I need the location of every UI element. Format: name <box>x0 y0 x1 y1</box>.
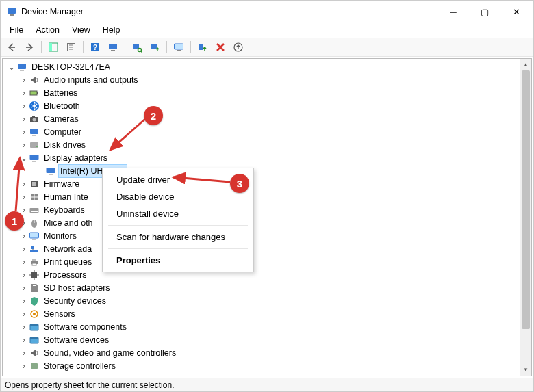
tree-category-5[interactable]: Disk drives <box>3 138 531 151</box>
display-icon <box>45 166 56 177</box>
tree-category-0[interactable]: Audio inputs and outputs <box>3 73 531 86</box>
expand-caret[interactable] <box>19 272 29 278</box>
enable-icon[interactable] <box>194 39 211 55</box>
expand-caret[interactable] <box>19 103 29 109</box>
toolbar-sep <box>125 41 125 53</box>
show-panel-icon[interactable] <box>45 39 62 55</box>
update-driver-tb-icon[interactable] <box>147 39 163 55</box>
tree-category-12[interactable]: Network ada <box>3 242 531 255</box>
expand-caret[interactable] <box>19 246 29 252</box>
expand-caret[interactable] <box>19 181 29 187</box>
expand-caret[interactable] <box>19 259 29 265</box>
expand-caret[interactable] <box>19 376 29 377</box>
tree-category-11[interactable]: Monitors <box>3 229 531 242</box>
ctx-disable-device[interactable]: Disable device <box>103 188 253 205</box>
tree-category-9[interactable]: Keyboards <box>3 203 531 216</box>
security-icon <box>29 296 40 306</box>
ctx-sep <box>108 225 248 226</box>
tree-category-17[interactable]: Sensors <box>3 307 531 320</box>
tree-category-16[interactable]: Security devices <box>3 294 531 307</box>
tree-category-18[interactable]: Software components <box>3 320 531 333</box>
tree-category-8[interactable]: Human Inte <box>3 190 531 203</box>
tree-category-15[interactable]: SD host adapters <box>3 281 531 294</box>
tree-category-1[interactable]: Batteries <box>3 86 531 99</box>
menu-view[interactable]: View <box>66 24 97 36</box>
expand-caret[interactable] <box>19 116 29 122</box>
expand-caret[interactable] <box>19 129 29 135</box>
menu-action[interactable]: Action <box>29 24 66 36</box>
svg-rect-47 <box>30 250 38 252</box>
scan-icon[interactable] <box>129 39 145 55</box>
tree-category-21[interactable]: Storage controllers <box>3 359 531 372</box>
expand-caret[interactable] <box>19 324 29 330</box>
ctx-scan-hardware[interactable]: Scan for hardware changes <box>103 228 253 246</box>
status-bar: Opens property sheet for the current sel… <box>1 378 533 391</box>
svg-rect-21 <box>20 70 24 71</box>
expand-caret[interactable] <box>19 298 29 304</box>
tree-node-label: SD host adapters <box>42 282 112 294</box>
tree-category-7[interactable]: Firmware <box>3 177 531 190</box>
monitor-tb-icon[interactable] <box>170 39 187 55</box>
tree-category-19[interactable]: Software devices <box>3 333 531 346</box>
toolbar-sep <box>83 41 84 53</box>
svg-point-13 <box>138 49 142 52</box>
scroll-track[interactable] <box>520 70 531 364</box>
tree-node-label: Human Inte <box>42 191 90 203</box>
menu-help[interactable]: Help <box>97 24 127 36</box>
properties-icon[interactable] <box>63 39 79 55</box>
maximize-button[interactable]: ▢ <box>469 1 500 22</box>
svg-rect-10 <box>109 44 117 49</box>
scrollbar-vertical[interactable]: ▲ ▼ <box>520 59 531 376</box>
tree-category-22[interactable]: System devices <box>3 372 531 376</box>
svg-rect-18 <box>199 44 203 50</box>
ctx-properties[interactable]: Properties <box>103 252 253 269</box>
scroll-thumb[interactable] <box>522 70 530 329</box>
scroll-up-button[interactable]: ▲ <box>520 59 531 70</box>
system-icon <box>29 374 40 377</box>
expand-caret[interactable] <box>19 90 29 96</box>
expand-caret[interactable] <box>19 337 29 343</box>
svg-rect-32 <box>30 155 39 160</box>
battery-icon <box>29 88 40 99</box>
help-icon[interactable]: ? <box>87 39 103 55</box>
disk-icon <box>29 140 40 151</box>
expand-caret[interactable] <box>19 285 29 291</box>
expand-caret[interactable] <box>19 363 29 369</box>
expand-caret[interactable] <box>19 350 29 356</box>
tree-category-3[interactable]: Cameras <box>3 112 531 125</box>
monitor-icon <box>29 231 40 241</box>
wizard-icon[interactable] <box>230 39 246 55</box>
expand-caret[interactable] <box>7 64 16 70</box>
tree-root[interactable]: DESKTOP-32L47EA <box>3 60 531 73</box>
tree-category-20[interactable]: Sound, video and game controllers <box>3 346 531 359</box>
minimize-button[interactable]: ─ <box>437 1 469 22</box>
svg-rect-16 <box>175 44 183 49</box>
forward-icon[interactable] <box>21 39 38 55</box>
expand-caret[interactable] <box>19 233 29 239</box>
svg-point-26 <box>33 118 36 121</box>
menu-file[interactable]: File <box>3 24 29 36</box>
back-icon[interactable] <box>3 39 20 55</box>
tree-category-10[interactable]: Mice and oth <box>3 216 531 229</box>
expand-caret[interactable] <box>19 207 29 213</box>
close-button[interactable]: ✕ <box>500 1 532 22</box>
expand-caret[interactable] <box>19 142 29 148</box>
tree-category-2[interactable]: Bluetooth <box>3 99 531 112</box>
tree-category-6[interactable]: Display adapters <box>3 151 531 164</box>
expand-caret[interactable] <box>19 155 29 161</box>
expand-caret[interactable] <box>19 311 29 317</box>
computer-tb-icon[interactable] <box>105 39 121 55</box>
tree-node-label: Storage controllers <box>42 360 117 372</box>
expand-caret[interactable] <box>19 194 29 200</box>
tree-device-6-0[interactable]: Intel(R) UHD G... <box>3 164 531 177</box>
tree-category-14[interactable]: Processors <box>3 268 531 281</box>
tree-category-4[interactable]: Computer <box>3 125 531 138</box>
scroll-down-button[interactable]: ▼ <box>520 364 531 376</box>
tree-category-13[interactable]: Print queues <box>3 255 531 268</box>
svg-rect-53 <box>31 272 37 278</box>
expand-caret[interactable] <box>19 77 29 83</box>
remove-icon[interactable] <box>212 39 229 55</box>
ctx-uninstall[interactable]: Uninstall device <box>103 205 253 222</box>
tree-node-label: Disk drives <box>42 139 87 151</box>
device-tree[interactable]: DESKTOP-32L47EAAudio inputs and outputsB… <box>3 59 531 376</box>
